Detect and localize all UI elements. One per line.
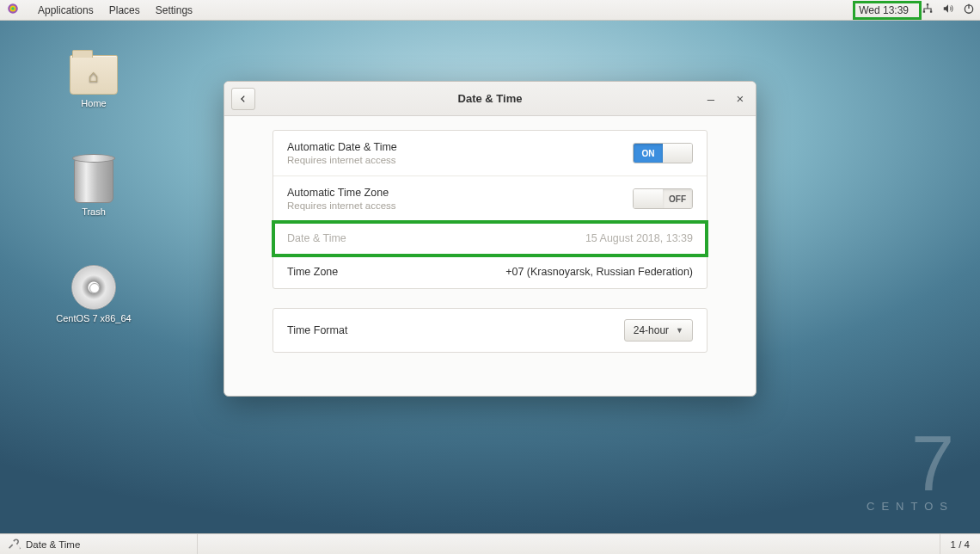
toggle-on-label: ON xyxy=(634,144,663,163)
row-auto-datetime[interactable]: Automatic Date & Time Requires internet … xyxy=(273,131,707,176)
back-button[interactable] xyxy=(231,88,255,110)
workspace-indicator[interactable]: 1 / 4 xyxy=(940,534,980,554)
wallpaper-brand: 7 CENTOS xyxy=(867,433,954,513)
toggle-off-label: OFF xyxy=(663,189,692,208)
row-label: Automatic Time Zone xyxy=(287,187,396,199)
row-sublabel: Requires internet access xyxy=(287,200,396,211)
brand-name: CENTOS xyxy=(867,500,954,513)
trash-icon xyxy=(74,158,113,203)
tools-icon xyxy=(9,538,21,551)
row-label: Automatic Date & Time xyxy=(287,141,397,153)
toggle-knob xyxy=(663,144,692,163)
settings-window: Date & Time – × Automatic Date & Time Re… xyxy=(224,81,756,397)
minimize-button[interactable]: – xyxy=(702,91,720,106)
toggle-auto-timezone[interactable]: OFF xyxy=(633,188,693,209)
brand-version: 7 xyxy=(867,433,954,495)
menu-places[interactable]: Places xyxy=(109,4,140,16)
desktop-icon-label: Home xyxy=(55,98,132,108)
window-title: Date & Time xyxy=(224,92,756,105)
desktop-icon-label: Trash xyxy=(55,206,132,217)
menu-applications[interactable]: Applications xyxy=(38,4,94,16)
row-auto-timezone[interactable]: Automatic Time Zone Requires internet ac… xyxy=(273,176,707,222)
row-value: +07 (Krasnoyarsk, Russian Federation) xyxy=(505,266,693,278)
taskbar-app-datetime[interactable]: Date & Time xyxy=(0,534,198,554)
svg-rect-5 xyxy=(930,10,932,12)
row-sublabel: Requires internet access xyxy=(287,155,397,165)
top-menu-bar: Applications Places Settings Wed 13:39 xyxy=(0,0,980,21)
settings-group-1: Automatic Date & Time Requires internet … xyxy=(273,130,707,289)
row-label: Time Zone xyxy=(287,266,338,278)
taskbar: Date & Time 1 / 4 xyxy=(0,533,980,554)
settings-group-2: Time Format 24-hour ▼ xyxy=(273,308,707,353)
row-datetime[interactable]: Date & Time 15 August 2018, 13:39 xyxy=(273,222,707,255)
window-body: Automatic Date & Time Requires internet … xyxy=(224,116,756,396)
desktop-icon-trash[interactable]: Trash xyxy=(55,158,132,217)
row-timeformat: Time Format 24-hour ▼ xyxy=(273,309,707,352)
toggle-knob xyxy=(634,189,663,208)
row-timezone[interactable]: Time Zone +07 (Krasnoyarsk, Russian Fede… xyxy=(273,255,707,288)
close-button[interactable]: × xyxy=(732,91,749,106)
desktop: ⌂ Home Trash CentOS 7 x86_64 7 CENTOS Da… xyxy=(0,21,980,533)
menu-left: Applications Places Settings xyxy=(7,3,193,17)
desktop-icon-disc[interactable]: CentOS 7 x86_64 xyxy=(55,265,132,323)
svg-rect-3 xyxy=(927,3,928,5)
volume-icon[interactable] xyxy=(942,3,954,17)
menu-settings[interactable]: Settings xyxy=(156,4,193,16)
window-header: Date & Time – × xyxy=(224,82,756,116)
system-tray xyxy=(922,3,975,17)
network-icon[interactable] xyxy=(922,3,934,17)
desktop-icon-label: CentOS 7 x86_64 xyxy=(55,313,132,323)
folder-icon: ⌂ xyxy=(70,55,118,95)
clock-highlight: Wed 13:39 xyxy=(853,1,922,20)
toggle-auto-datetime[interactable]: ON xyxy=(633,143,693,163)
taskbar-app-label: Date & Time xyxy=(26,539,80,550)
disc-icon xyxy=(71,265,116,310)
svg-rect-4 xyxy=(923,10,925,12)
row-label: Date & Time xyxy=(287,232,346,244)
clock[interactable]: Wed 13:39 xyxy=(859,4,909,16)
chevron-down-icon: ▼ xyxy=(676,326,683,335)
row-label: Time Format xyxy=(287,324,347,336)
centos-logo-icon xyxy=(7,3,22,17)
dropdown-value: 24-hour xyxy=(634,324,669,336)
timeformat-dropdown[interactable]: 24-hour ▼ xyxy=(624,319,693,342)
svg-point-2 xyxy=(11,7,15,10)
power-icon[interactable] xyxy=(963,3,975,17)
desktop-icon-home[interactable]: ⌂ Home xyxy=(55,55,132,108)
row-value: 15 August 2018, 13:39 xyxy=(585,232,693,244)
